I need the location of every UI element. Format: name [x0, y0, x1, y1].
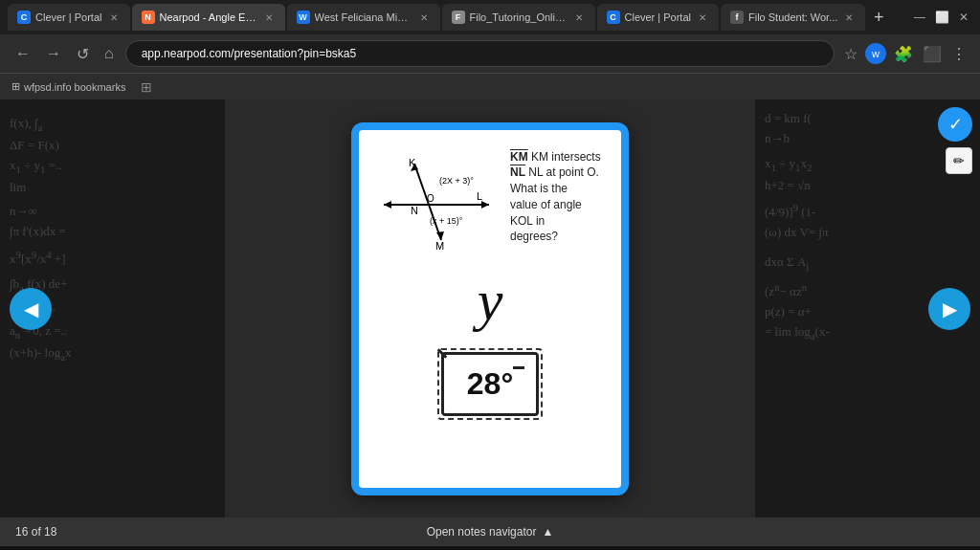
bookmark-star-icon[interactable]: ☆ — [842, 43, 859, 65]
geometry-diagram: N L K M O (2X + 3)° (x + 15)° — [374, 149, 499, 254]
bottom-bar: 16 of 18 Open notes navigator ▲ — [0, 517, 980, 546]
taskbar: ○ N 📷 📷 Sign out 3 Dec 4 5:29 — [0, 546, 980, 550]
svg-marker-1 — [384, 201, 391, 209]
presentation-card: N L K M O (2X + 3)° (x + 15)° KM KM inte… — [351, 122, 629, 495]
svg-text:O: O — [427, 193, 434, 204]
tab-nearpod[interactable]: N Nearpod - Angle Equa... ✕ — [132, 4, 285, 31]
reload-button[interactable]: ↺ — [73, 41, 93, 67]
edit-icon: ✏ — [953, 153, 965, 168]
slide-counter: 16 of 18 — [15, 525, 56, 539]
tab-filo-student[interactable]: f Filo Student: Wor... ✕ — [721, 4, 865, 31]
tab-close-6[interactable]: ✕ — [842, 11, 856, 24]
tab-clever-portal-2[interactable]: C Clever | Portal ✕ — [597, 4, 720, 31]
prev-arrow-icon: ◀ — [24, 297, 38, 320]
answer-variable: y — [478, 272, 503, 329]
tab-close-4[interactable]: ✕ — [572, 11, 586, 24]
address-bar: ← → ↺ ⌂ ☆ w 🧩 ⬛ ⋮ — [0, 34, 980, 73]
check-button[interactable]: ✓ — [938, 107, 972, 142]
back-button[interactable]: ← — [11, 41, 34, 66]
minimize-button[interactable]: — — [910, 7, 929, 28]
tab-close-5[interactable]: ✕ — [696, 11, 709, 24]
browser-toolbar: ☆ w 🧩 ⬛ ⋮ — [842, 43, 969, 65]
tab-close-1[interactable]: ✕ — [107, 11, 121, 24]
svg-text:N: N — [411, 205, 418, 216]
prev-slide-button[interactable]: ◀ — [10, 288, 52, 330]
more-menu-icon[interactable]: ⋮ — [949, 43, 969, 65]
tab-clever-portal-1[interactable]: C Clever | Portal ✕ — [8, 4, 130, 31]
home-button[interactable]: ⌂ — [100, 41, 118, 66]
next-arrow-icon: ▶ — [943, 297, 957, 320]
svg-text:M: M — [435, 240, 444, 252]
checkmark-icon: ✓ — [948, 114, 963, 135]
tab-filo-tutoring[interactable]: F Filo_Tutoring_Online_... ✕ — [442, 4, 595, 31]
bookmark-wfpsd[interactable]: ⊞ wfpsd.info bookmarks — [11, 80, 125, 93]
answer-value: 28° — [467, 366, 513, 401]
svg-text:(2X + 3)°: (2X + 3)° — [439, 176, 474, 186]
notes-navigator-button[interactable]: Open notes navigator ▲ — [427, 525, 554, 539]
close-browser-button[interactable]: ✕ — [955, 7, 972, 28]
address-input[interactable] — [125, 40, 835, 67]
line-km: KM — [510, 150, 528, 164]
svg-marker-2 — [481, 201, 489, 209]
line-nl: NL — [510, 165, 525, 179]
tab-bar: C Clever | Portal ✕ N Nearpod - Angle Eq… — [0, 0, 980, 34]
maximize-button[interactable]: ⬜ — [931, 7, 953, 28]
cast-icon[interactable]: ⬛ — [921, 43, 944, 65]
edit-button[interactable]: ✏ — [946, 147, 972, 174]
browser-chrome: C Clever | Portal ✕ N Nearpod - Angle Eq… — [0, 0, 980, 99]
svg-text:L: L — [477, 190, 482, 202]
svg-text:K: K — [409, 157, 416, 168]
answer-box-wrapper: 28° — [437, 348, 543, 420]
presentation-area: f(x), ∫a ΔF = F(x) x1 ÷ y1 =.. lim n→∞ ∫… — [0, 99, 980, 517]
tab-close-3[interactable]: ✕ — [417, 11, 431, 24]
forward-button[interactable]: → — [42, 41, 65, 66]
svg-text:(x + 15)°: (x + 15)° — [430, 216, 463, 226]
profile-icon[interactable]: w — [865, 43, 886, 64]
math-text-left: f(x), ∫a ΔF = F(x) x1 ÷ y1 =.. lim n→∞ ∫… — [0, 99, 225, 375]
new-tab-button[interactable]: + — [867, 6, 890, 29]
answer-box: 28° — [441, 352, 539, 416]
tab-west-feliciana[interactable]: W West Feliciana Middl... ✕ — [287, 4, 440, 31]
tab-close-2[interactable]: ✕ — [262, 11, 276, 24]
bookmarks-bar: ⊞ wfpsd.info bookmarks ⊞ — [0, 73, 980, 99]
extension-icon[interactable]: 🧩 — [892, 43, 915, 65]
apps-grid-icon[interactable]: ⊞ — [141, 79, 152, 95]
question-text: KM KM intersects NL NL at point O. What … — [510, 149, 601, 254]
next-slide-button[interactable]: ▶ — [928, 288, 970, 330]
card-question-section: N L K M O (2X + 3)° (x + 15)° KM KM inte… — [374, 149, 606, 254]
card-answer-section: y 28° — [374, 272, 606, 420]
